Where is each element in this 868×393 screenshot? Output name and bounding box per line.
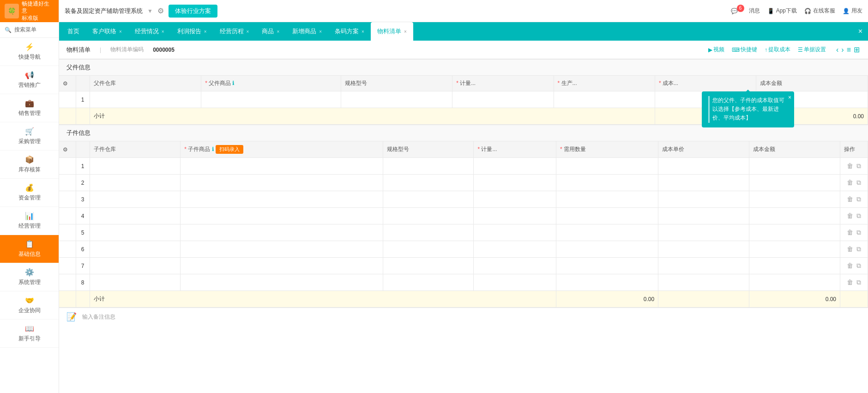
tab-new-product[interactable]: 新增商品 ×: [286, 22, 328, 41]
child-row-required-qty[interactable]: [556, 274, 658, 291]
app-download-item[interactable]: 📱 App下载: [767, 7, 797, 15]
online-service-item[interactable]: 🎧 在线客服: [804, 7, 835, 15]
child-row-warehouse[interactable]: [90, 241, 181, 258]
message-item[interactable]: 💬 6 消息: [731, 7, 760, 15]
child-row-product[interactable]: [181, 158, 383, 175]
child-row-unit-cost[interactable]: [658, 191, 749, 208]
shortcut-link[interactable]: ⌨ 快捷键: [732, 46, 757, 54]
close-all-tabs-button[interactable]: ×: [855, 27, 866, 36]
child-row-spec[interactable]: [383, 158, 474, 175]
child-row-required-qty[interactable]: [556, 175, 658, 191]
list-view-icon[interactable]: ≡: [846, 45, 852, 55]
child-row-required-qty[interactable]: [556, 241, 658, 258]
child-row-unit[interactable]: [474, 175, 556, 191]
child-col-gear[interactable]: ⚙: [59, 141, 76, 158]
child-row-unit[interactable]: [474, 191, 556, 208]
grid-view-icon[interactable]: ⊞: [853, 44, 861, 55]
child-row-warehouse[interactable]: [90, 208, 181, 224]
delete-row-button[interactable]: 🗑: [847, 195, 853, 203]
single-settings-link[interactable]: ☰ 单据设置: [798, 46, 826, 54]
child-row-spec[interactable]: [383, 191, 474, 208]
child-row-required-qty[interactable]: [556, 224, 658, 241]
copy-row-button[interactable]: ⧉: [856, 245, 861, 253]
tab-close-icon[interactable]: ×: [247, 29, 249, 34]
sidebar-item-finance[interactable]: 💰 资金管理: [0, 179, 59, 207]
tab-product[interactable]: 商品 ×: [255, 22, 286, 41]
child-row-unit-cost[interactable]: [658, 208, 749, 224]
child-row-product[interactable]: [181, 258, 383, 274]
child-row-unit[interactable]: [474, 224, 556, 241]
sidebar-item-guide[interactable]: 📖 新手引导: [0, 320, 59, 348]
gear-settings-icon[interactable]: ⚙: [157, 6, 164, 15]
child-row-spec[interactable]: [383, 274, 474, 291]
tab-close-icon[interactable]: ×: [362, 29, 364, 34]
child-row-required-qty[interactable]: [556, 158, 658, 175]
trial-button[interactable]: 体验行业方案: [169, 5, 217, 18]
prev-arrow[interactable]: ‹: [835, 45, 839, 55]
child-row-spec[interactable]: [383, 241, 474, 258]
extract-cost-link[interactable]: ↑ 提取成本: [765, 46, 790, 54]
delete-row-button[interactable]: 🗑: [847, 262, 853, 269]
child-row-spec[interactable]: [383, 258, 474, 274]
sidebar-item-cooperation[interactable]: 🤝 企业协同: [0, 291, 59, 320]
child-row-warehouse[interactable]: [90, 158, 181, 175]
child-row-unit-cost[interactable]: [658, 274, 749, 291]
parent-row-spec[interactable]: [341, 91, 452, 108]
tab-profit[interactable]: 利润报告 ×: [171, 22, 213, 41]
tab-close-icon[interactable]: ×: [277, 29, 279, 34]
child-row-warehouse[interactable]: [90, 274, 181, 291]
delete-row-button[interactable]: 🗑: [847, 278, 853, 286]
breadcrumb-bom[interactable]: 物料清单: [66, 46, 90, 54]
dropdown-arrow-icon[interactable]: ▼: [147, 8, 153, 14]
sidebar-item-basic-info[interactable]: 📋 基础信息: [0, 235, 59, 263]
child-row-spec[interactable]: [383, 224, 474, 241]
video-link[interactable]: ▶ 视频: [708, 46, 724, 54]
delete-row-button[interactable]: 🗑: [847, 179, 853, 186]
sidebar-item-operations[interactable]: 📊 经营管理: [0, 207, 59, 235]
child-row-warehouse[interactable]: [90, 224, 181, 241]
child-row-unit-cost[interactable]: [658, 158, 749, 175]
notes-icon[interactable]: 📝: [66, 312, 77, 322]
child-row-required-qty[interactable]: [556, 258, 658, 274]
child-row-unit-cost[interactable]: [658, 258, 749, 274]
sidebar-item-purchase[interactable]: 🛒 采购管理: [0, 122, 59, 151]
sidebar-search[interactable]: 🔍 搜索菜单: [0, 22, 59, 38]
child-row-spec[interactable]: [383, 175, 474, 191]
child-row-unit-cost[interactable]: [658, 241, 749, 258]
child-row-unit[interactable]: [474, 241, 556, 258]
parent-row-unit[interactable]: [452, 91, 554, 108]
copy-row-button[interactable]: ⧉: [856, 212, 861, 219]
child-row-unit[interactable]: [474, 258, 556, 274]
sidebar-item-marketing[interactable]: 📢 营销推广: [0, 66, 59, 94]
tab-business[interactable]: 经营情况 ×: [128, 22, 171, 41]
copy-row-button[interactable]: ⧉: [856, 179, 861, 186]
delete-row-button[interactable]: 🗑: [847, 162, 853, 169]
parent-col-gear[interactable]: ⚙: [59, 76, 76, 91]
copy-row-button[interactable]: ⧉: [856, 262, 861, 269]
child-row-product[interactable]: [181, 208, 383, 224]
copy-row-button[interactable]: ⧉: [856, 278, 861, 286]
user-item[interactable]: 👤 用友: [843, 7, 862, 15]
child-row-warehouse[interactable]: [90, 191, 181, 208]
tab-customer[interactable]: 客户联络 ×: [86, 22, 128, 41]
copy-row-button[interactable]: ⧉: [856, 195, 861, 203]
tab-history[interactable]: 经营历程 ×: [213, 22, 256, 41]
parent-row-product[interactable]: [201, 91, 341, 108]
tab-close-icon[interactable]: ×: [119, 29, 122, 34]
sidebar-item-sales[interactable]: 💼 销售管理: [0, 94, 59, 122]
tab-close-icon[interactable]: ×: [319, 29, 322, 34]
tab-bom[interactable]: 物料清单 ×: [371, 22, 413, 41]
copy-row-button[interactable]: ⧉: [856, 229, 861, 236]
child-row-required-qty[interactable]: [556, 208, 658, 224]
child-row-product[interactable]: [181, 241, 383, 258]
tab-barcode[interactable]: 条码方案 ×: [328, 22, 371, 41]
child-row-unit[interactable]: [474, 208, 556, 224]
tab-close-icon[interactable]: ×: [204, 29, 207, 34]
sidebar-item-system[interactable]: ⚙️ 系统管理: [0, 263, 59, 291]
child-row-product[interactable]: [181, 175, 383, 191]
child-row-required-qty[interactable]: [556, 191, 658, 208]
scan-input-button[interactable]: 扫码录入: [216, 145, 243, 154]
delete-row-button[interactable]: 🗑: [847, 229, 853, 236]
child-row-product[interactable]: [181, 224, 383, 241]
next-arrow[interactable]: ›: [840, 45, 844, 55]
